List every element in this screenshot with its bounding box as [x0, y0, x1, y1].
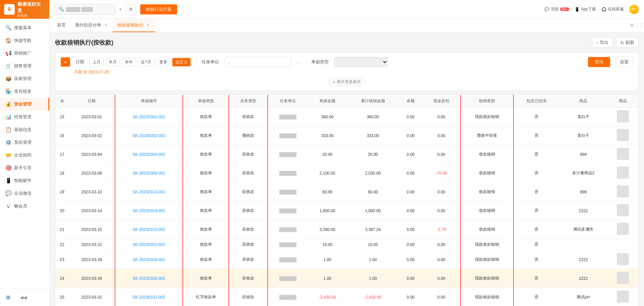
cell-doc-amount: 2,100.00: [308, 164, 347, 183]
date-more-btn[interactable]: 更多: [156, 58, 170, 66]
doc-no-link[interactable]: SK-20230314-001: [132, 208, 165, 213]
tab-writeoff[interactable]: 收款核销执行 ✕: [113, 19, 155, 32]
cell-cash-discount: 0.00: [422, 108, 461, 126]
app-download-group[interactable]: 📱 App下载: [575, 6, 596, 12]
tab-prepay[interactable]: 预付款应付单 ✕: [70, 19, 113, 32]
tabs-expand-icon[interactable]: ⛶: [637, 23, 641, 28]
cell-product2: [608, 108, 638, 126]
table-row: 24 2023-03-28 SK-20230328-002 收款单 应收款 ██…: [55, 269, 638, 288]
sidebar-item-member[interactable]: V 畅会员: [0, 200, 49, 212]
cell-writeoff-amount: 360.00: [347, 108, 399, 126]
date-this-month-btn[interactable]: 本月: [106, 58, 120, 66]
cell-balance: 0.00: [399, 201, 422, 220]
setting-button[interactable]: 设置: [615, 57, 633, 67]
sidebar-item-system[interactable]: ⚙️ 系统管理: [0, 136, 49, 149]
sidebar-item-inventory[interactable]: 🏪 库存核算: [0, 85, 49, 98]
tab-prepay-close[interactable]: ✕: [103, 23, 108, 27]
solution-button[interactable]: 体验行业方案: [140, 4, 177, 14]
cell-doc-type: 收款单: [183, 164, 229, 183]
sidebar-bottom-settings[interactable]: ⚙️ ◀◀: [0, 292, 49, 303]
sidebar-item-operations[interactable]: 📊 经营管理: [0, 111, 49, 123]
cell-num: 23: [55, 250, 69, 269]
filter-divider-1: [196, 58, 196, 66]
collapse-icon: ◀◀: [20, 295, 27, 300]
cell-product2: [608, 183, 638, 201]
sidebar-item-purchase[interactable]: 📦 采购管理: [0, 72, 49, 85]
cell-writeoff-amount: 1.00: [347, 269, 399, 288]
tab-home[interactable]: 首页: [52, 19, 70, 32]
sidebar-item-wechat[interactable]: 💬 企业微信: [0, 187, 49, 200]
topbar-gear-button[interactable]: ⚙: [125, 4, 136, 15]
search-icon: 🔍: [5, 25, 11, 31]
more-conditions-btn[interactable]: ...: [297, 60, 300, 64]
doc-no-link[interactable]: SK-20230304-001: [132, 152, 165, 157]
cell-product: 多计量商品2: [559, 164, 607, 183]
tab-prepay-label: 预付款应付单: [75, 22, 101, 28]
sidebar-item-hardware[interactable]: 📱 智能硬件: [0, 174, 49, 187]
doc-type-select[interactable]: [334, 57, 388, 67]
doc-no-link[interactable]: SK-20230328-002: [132, 276, 165, 281]
table-row: 25 2023-03-31 SK-20230331-002 红字收款单 应收款 …: [55, 288, 638, 306]
sidebar-item-guide[interactable]: 🎯 新手引导: [0, 162, 49, 174]
cell-product: 2222: [559, 269, 607, 288]
export-button[interactable]: ↑ 导出: [592, 38, 613, 48]
cell-date: 2023-03-14: [69, 201, 115, 220]
cell-date: 2023-03-02: [69, 126, 115, 145]
cell-biz-type: 应收款: [229, 145, 268, 164]
cell-doc-amount: 20.00: [308, 145, 347, 164]
message-group[interactable]: 💬 消息 99+: [544, 6, 569, 12]
doc-no-link[interactable]: SK-20230302-002: [132, 133, 165, 138]
doc-no-link[interactable]: SK-20230328-001: [132, 257, 165, 262]
cell-balance: 0.00: [399, 239, 422, 250]
cell-num: 19: [55, 183, 69, 201]
date-this-year-btn[interactable]: 本年: [122, 58, 136, 66]
finance-icon: 💰: [5, 101, 11, 107]
cell-doc-no: SK-20230314-001: [115, 201, 183, 220]
table-row: 22 2023-03-21 SK-20230321-003 收款单 应收款 ██…: [55, 239, 638, 250]
cell-partner: ██████: [268, 145, 308, 164]
partner-input[interactable]: [224, 57, 291, 67]
date-prev-month-btn[interactable]: 上月: [90, 58, 104, 66]
guide-icon: 🎯: [5, 165, 11, 171]
date-7days-btn[interactable]: 近7天: [138, 58, 154, 66]
cell-doc-type: 收款单: [183, 220, 229, 239]
cell-product: 老白干: [559, 126, 607, 145]
sidebar-item-sales[interactable]: 🛒 销售管理: [0, 60, 49, 72]
cell-doc-amount: 1.00: [308, 250, 347, 269]
expand-more-conditions-btn[interactable]: ≡ 展开更多条件: [328, 78, 365, 86]
sidebar-item-finance[interactable]: 💰 资金管理: [0, 98, 49, 111]
date-custom-btn[interactable]: 自定义: [172, 58, 191, 66]
sidebar-item-collab[interactable]: 🤝 企业协同: [0, 149, 49, 162]
cell-partner: ██████: [268, 220, 308, 239]
sidebar-item-search[interactable]: 🔍 搜索菜单: [0, 21, 49, 34]
topbar-search[interactable]: 🔍 █████ ████: [55, 4, 115, 15]
cell-doc-amount: 360.00: [308, 108, 347, 126]
cell-biz-type: 应收款: [229, 201, 268, 220]
tabs-close-all-icon[interactable]: ✕: [630, 22, 634, 28]
query-button[interactable]: 查询: [588, 57, 610, 67]
doc-no-link[interactable]: SK-20230308-001: [132, 171, 165, 176]
filter-toggle-button[interactable]: »: [61, 57, 70, 67]
th-settings[interactable]: ⚙: [55, 95, 69, 108]
doc-no-link[interactable]: SK-20230315-002: [132, 227, 165, 232]
cell-include-settled: 否: [514, 250, 559, 269]
topbar-dropdown-arrow[interactable]: ▾: [119, 7, 121, 12]
doc-no-link[interactable]: SK-20230301-002: [132, 115, 165, 119]
service-group[interactable]: 🎧 在线客服: [601, 6, 624, 12]
cell-cash-discount: -70.00: [422, 164, 461, 183]
doc-no-link[interactable]: SK-20230321-003: [132, 242, 165, 247]
doc-no-link[interactable]: SK-20230310-001: [132, 190, 165, 194]
refresh-button[interactable]: ↻ 刷新: [616, 38, 639, 48]
sidebar-item-basic[interactable]: 📋 基础信息: [0, 123, 49, 136]
avatar[interactable]: Rit: [629, 5, 639, 14]
sidebar-item-marketing[interactable]: 📢 营销推广: [0, 47, 49, 60]
filter-row: » 日期 上月 本月 本年 近7天 更多 自定义 往来单位 ... 单据类型: [61, 57, 633, 67]
tab-writeoff-close[interactable]: ✕: [146, 23, 150, 27]
doc-no-link[interactable]: SK-20230331-002: [132, 295, 165, 300]
content-area: 收款核销执行(按收款) ↑ 导出 ↻ 刷新 » 日期 上月: [50, 32, 644, 306]
cell-include-settled: 否: [514, 126, 559, 145]
sidebar-item-shortcuts[interactable]: 🏠 快捷导航: [0, 34, 49, 47]
table-row: 17 2023-03-04 SK-20230304-001 收款单 应收款 ██…: [55, 145, 638, 164]
cell-num: 18: [55, 164, 69, 183]
cell-include-settled: 否: [514, 201, 559, 220]
